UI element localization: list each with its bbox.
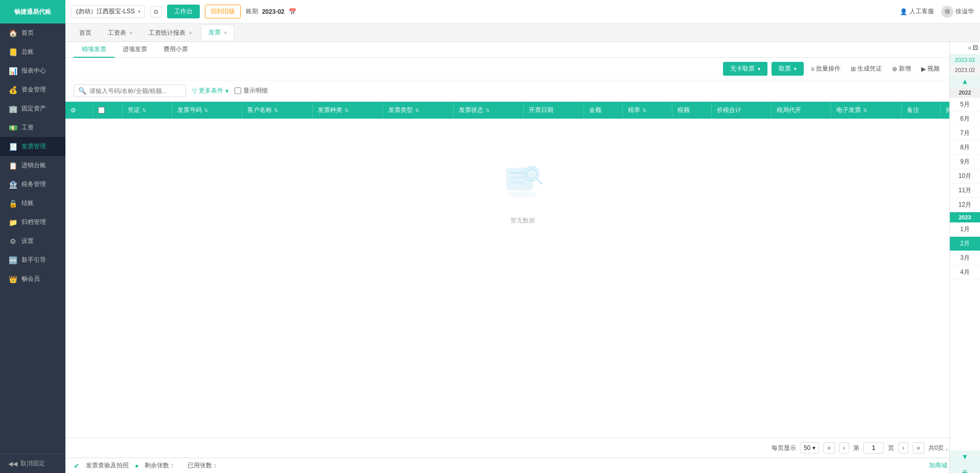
sidebar-item-ledger[interactable]: 📒 总账 — [0, 42, 65, 61]
tab-invoice[interactable]: 发票 × — [201, 25, 235, 40]
next-page-button[interactable]: › — [898, 442, 908, 454]
cal-month-10[interactable]: 10月 — [950, 169, 980, 184]
sidebar-item-label: 总账 — [21, 48, 34, 56]
col-customer-name[interactable]: 客户名称⇅ — [242, 102, 313, 119]
sidebar-item-label: 归档管理 — [21, 218, 46, 227]
col-voucher[interactable]: 凭证⇅ — [122, 102, 172, 119]
invoice-table: ⚙ 凭证⇅ 发票号码⇅ 客户名称⇅ 发票种类⇅ 发票类型⇅ 发票状态⇅ 开票日期… — [65, 102, 980, 119]
main-content: (勿动）江西股宝-LSS ▾ ⧉ 工作台 切到旧版 账期 2023-02 📅 👤… — [65, 0, 980, 473]
topbar: (勿动）江西股宝-LSS ▾ ⧉ 工作台 切到旧版 账期 2023-02 📅 👤… — [65, 0, 980, 24]
switch-version-button[interactable]: 切到旧版 — [205, 5, 241, 18]
tab-label: 工资统计报表 — [149, 29, 185, 37]
new-button[interactable]: ⊕ 新增 — [889, 62, 914, 76]
search-input-wrap[interactable]: 🔍 — [74, 84, 186, 97]
cal-expand-btn[interactable]: 开账日期 — [950, 463, 980, 473]
copy-icon: ⧉ — [154, 8, 158, 15]
cal-scroll-up-button[interactable]: ▲ — [950, 75, 980, 87]
tab-close-icon[interactable]: × — [129, 30, 132, 36]
user-profile[interactable]: 徐 徐溢华 — [941, 6, 974, 18]
cal-date-2[interactable]: 2023.02 — [950, 65, 980, 75]
filter-button[interactable]: ▽ 更多条件 ▾ — [192, 86, 228, 95]
sort-icon: ⇅ — [415, 107, 419, 113]
company-selector[interactable]: (勿动）江西股宝-LSS ▾ — [72, 5, 145, 18]
workspace-button[interactable]: 工作台 — [167, 5, 200, 18]
col-e-invoice[interactable]: 电子发票⇅ — [831, 102, 902, 119]
tab-close-icon[interactable]: × — [189, 30, 192, 36]
sidebar-item-tax[interactable]: 🏦 税务管理 — [0, 175, 65, 194]
empty-icon — [497, 160, 548, 210]
col-tax-rate[interactable]: 税率⇅ — [623, 102, 672, 119]
sidebar-item-assets[interactable]: 🏢 固定资产 — [0, 99, 65, 118]
col-invoice-no[interactable]: 发票号码⇅ — [172, 102, 242, 119]
sub-tab-label: 费用小票 — [164, 46, 188, 53]
cal-month-5[interactable]: 5月 — [950, 98, 980, 112]
detail-checkbox[interactable] — [235, 87, 241, 94]
sub-tab-expense[interactable]: 费用小票 — [155, 42, 196, 58]
sidebar-item-invoice[interactable]: 🧾 发票管理 — [0, 137, 65, 156]
copy-button[interactable]: ⧉ — [150, 6, 162, 17]
sidebar-item-settings[interactable]: ⚙ 设置 — [0, 232, 65, 251]
col-invoice-category[interactable]: 发票类型⇅ — [383, 102, 453, 119]
generate-cert-button[interactable]: ⊞ 生成凭证 — [848, 62, 885, 76]
page-input[interactable] — [864, 442, 884, 454]
table-header-row: ⚙ 凭证⇅ 发票号码⇅ 客户名称⇅ 发票种类⇅ 发票类型⇅ 发票状态⇅ 开票日期… — [65, 102, 980, 119]
cal-month-11[interactable]: 11月 — [950, 184, 980, 198]
sidebar-item-archive[interactable]: 📁 归档管理 — [0, 213, 65, 232]
take-invoice-button[interactable]: 取票 — [772, 62, 804, 76]
cal-month-2023-2[interactable]: 2月 — [950, 237, 980, 251]
sub-tab-label: 销项发票 — [82, 46, 106, 53]
search-input[interactable] — [89, 87, 181, 95]
tab-salary-stats[interactable]: 工资统计报表 × — [141, 25, 199, 40]
select-all-checkbox[interactable] — [98, 107, 105, 114]
join-mall-link[interactable]: 加商城 — [929, 461, 947, 470]
sidebar-item-salary[interactable]: 💵 工资 — [0, 118, 65, 137]
cal-month-6[interactable]: 6月 — [950, 112, 980, 126]
prev-page-button[interactable]: ‹ — [839, 442, 849, 454]
col-invoice-status[interactable]: 发票状态⇅ — [453, 102, 524, 119]
empty-state: 暂无数据 — [65, 119, 980, 266]
no-invoice-button[interactable]: 无卡取票 — [723, 62, 767, 76]
last-page-button[interactable]: » — [913, 442, 924, 454]
sidebar-collapse[interactable]: ◀◀ 取消固定 — [0, 454, 65, 473]
sub-tab-sales[interactable]: 销项发票 — [74, 42, 114, 58]
sidebar-item-home[interactable]: 🏠 首页 — [0, 24, 65, 42]
cal-month-2023-4[interactable]: 4月 — [950, 265, 980, 280]
sidebar-item-guide[interactable]: 🆕 新手引导 — [0, 251, 65, 269]
sidebar-item-reports[interactable]: 📊 报表中心 — [0, 61, 65, 80]
sidebar: 畅捷通易代账 🏠 首页 📒 总账 📊 报表中心 💰 资金管理 🏢 固定资产 💵 … — [0, 0, 65, 473]
col-checkbox[interactable] — [93, 102, 123, 119]
tab-salary[interactable]: 工资表 × — [100, 25, 140, 40]
calendar-panel: × ⊡ 2023.02 2023.02 ▲ 2022 5月 6月 7月 8月 9… — [949, 42, 980, 473]
customer-service[interactable]: 👤 人工客服 — [900, 7, 934, 16]
sidebar-item-finance[interactable]: 💰 资金管理 — [0, 80, 65, 99]
sidebar-item-closing[interactable]: 🔒 结账 — [0, 194, 65, 213]
cal-scroll-down-button[interactable]: ▼ — [950, 451, 980, 463]
video-button[interactable]: ▶ 视频 — [918, 62, 943, 76]
sidebar-item-sales-ledger[interactable]: 📋 进销台账 — [0, 156, 65, 175]
expand-icon[interactable]: ⊡ — [973, 44, 978, 52]
batch-ops-button[interactable]: ≡ 批量操作 — [808, 62, 844, 76]
cal-close-row: × ⊡ — [950, 42, 980, 55]
sub-tab-purchase[interactable]: 进项发票 — [114, 42, 155, 58]
cal-date-1[interactable]: 2023.02 — [950, 55, 980, 65]
cal-month-8[interactable]: 8月 — [950, 141, 980, 155]
col-amount: 金额 — [584, 102, 623, 119]
cal-month-9[interactable]: 9月 — [950, 155, 980, 169]
col-setting[interactable]: ⚙ — [65, 102, 93, 119]
display-detail-checkbox[interactable]: 显示明细 — [235, 86, 268, 95]
period-display: 账期 2023-02 📅 — [246, 7, 296, 16]
cal-month-7[interactable]: 7月 — [950, 126, 980, 141]
sidebar-item-member[interactable]: 👑 畅会员 — [0, 269, 65, 288]
toolbar: 无卡取票 取票 ≡ 批量操作 ⊞ 生成凭证 ⊕ 新增 ▶ — [65, 58, 980, 80]
pagination-bar: 每页显示 50 ▾ « ‹ 第 页 › » 共0页，0条记录 — [65, 438, 980, 458]
cal-month-2023-3[interactable]: 3月 — [950, 251, 980, 265]
tab-close-icon[interactable]: × — [224, 30, 227, 36]
cal-month-2023-1[interactable]: 1月 — [950, 222, 980, 237]
cal-month-12[interactable]: 12月 — [950, 198, 980, 212]
sub-tabs-container: 销项发票 进项发票 费用小票 ⊞ — [65, 42, 980, 58]
per-page-select[interactable]: 50 ▾ — [800, 442, 819, 454]
calendar-close-button[interactable]: × — [968, 44, 972, 52]
col-invoice-type[interactable]: 发票种类⇅ — [313, 102, 383, 119]
tab-home[interactable]: 首页 — [72, 25, 99, 40]
first-page-button[interactable]: « — [823, 442, 835, 454]
